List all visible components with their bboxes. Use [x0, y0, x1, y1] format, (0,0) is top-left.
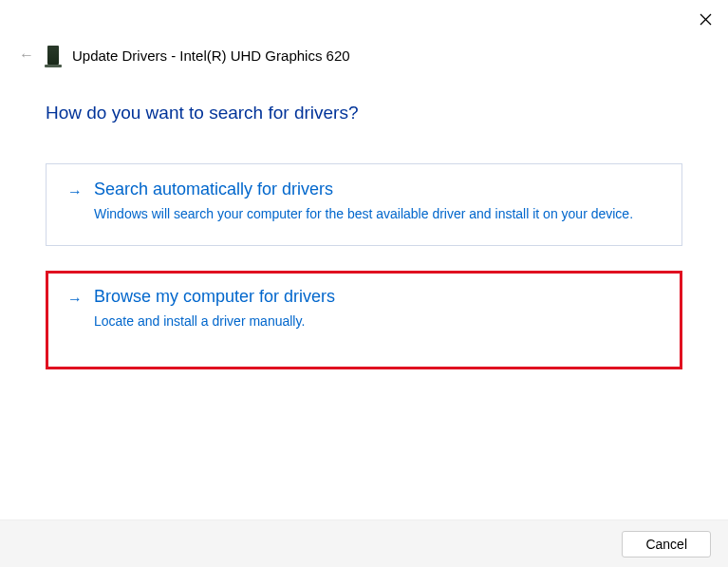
close-icon [700, 13, 712, 26]
titlebar [0, 0, 728, 38]
device-icon [47, 46, 59, 65]
back-icon[interactable]: ← [19, 47, 34, 64]
option-search-auto[interactable]: → Search automatically for drivers Windo… [46, 163, 682, 246]
option-browse-manual[interactable]: → Browse my computer for drivers Locate … [46, 271, 682, 370]
option-body: Search automatically for drivers Windows… [94, 180, 661, 224]
option-description: Windows will search your computer for th… [94, 205, 661, 224]
arrow-right-icon: → [67, 291, 83, 331]
header: ← Update Drivers - Intel(R) UHD Graphics… [0, 38, 728, 74]
arrow-right-icon: → [67, 183, 83, 224]
window-title: Update Drivers - Intel(R) UHD Graphics 6… [72, 47, 350, 64]
question-heading: How do you want to search for drivers? [46, 103, 682, 123]
option-title: Search automatically for drivers [94, 180, 661, 199]
option-body: Browse my computer for drivers Locate an… [94, 287, 661, 331]
option-description: Locate and install a driver manually. [94, 312, 661, 331]
content: How do you want to search for drivers? →… [0, 74, 728, 369]
cancel-button[interactable]: Cancel [622, 531, 711, 558]
footer: Cancel [0, 520, 728, 567]
close-button[interactable] [694, 8, 717, 30]
option-title: Browse my computer for drivers [94, 287, 661, 307]
